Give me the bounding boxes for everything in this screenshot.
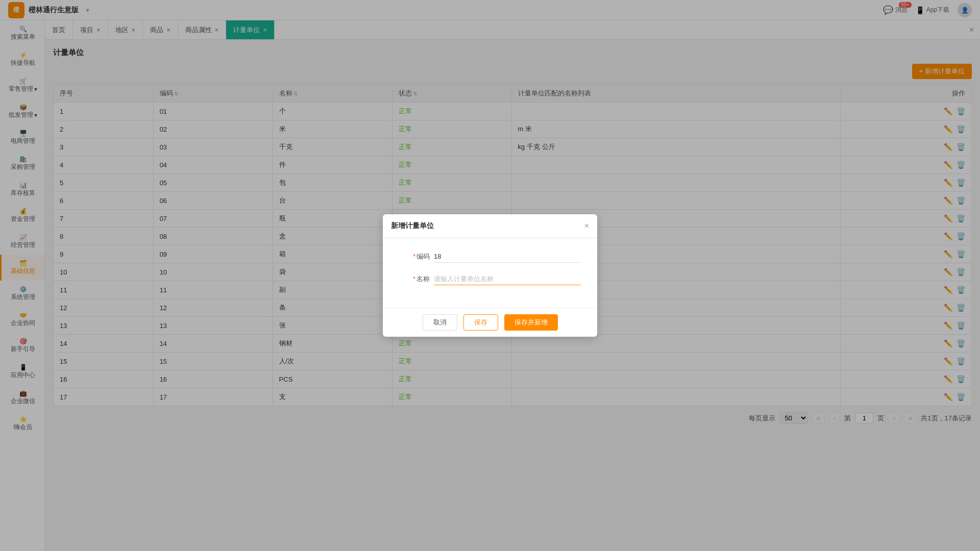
code-input[interactable] — [434, 251, 581, 263]
add-unit-modal: 新增计量单位 × *编码 *名称 取消 保存 保存并新增 — [383, 214, 597, 337]
save-button[interactable]: 保存 — [463, 314, 498, 331]
form-row-code: *编码 — [399, 251, 581, 263]
name-label: *名称 — [399, 274, 430, 284]
cancel-button[interactable]: 取消 — [423, 314, 457, 331]
modal-footer: 取消 保存 保存并新增 — [383, 308, 597, 337]
modal-close-button[interactable]: × — [584, 222, 589, 230]
form-row-name: *名称 — [399, 273, 581, 285]
code-label: *编码 — [399, 252, 430, 261]
save-and-new-button[interactable]: 保存并新增 — [504, 314, 558, 331]
modal-header: 新增计量单位 × — [383, 214, 597, 238]
name-input[interactable] — [434, 273, 581, 285]
modal-title: 新增计量单位 — [391, 221, 434, 231]
modal-overlay[interactable]: 新增计量单位 × *编码 *名称 取消 保存 保存并新增 — [0, 0, 980, 551]
modal-body: *编码 *名称 — [383, 238, 597, 308]
